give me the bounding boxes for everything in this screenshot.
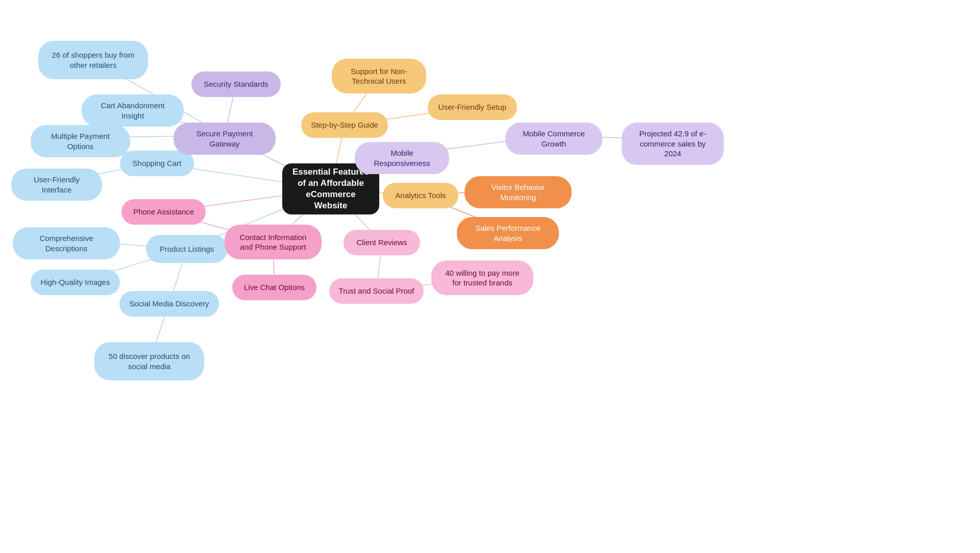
node-shopping-cart: Shopping Cart xyxy=(120,151,194,176)
node-visitor-behavior: Visitor Behavior Monitoring xyxy=(464,176,572,208)
node-comprehensive: Comprehensive Descriptions xyxy=(13,227,120,259)
node-user-friendly-interface: User-Friendly Interface xyxy=(11,169,102,201)
node-projected: Projected 42.9 of e-commerce sales by 20… xyxy=(622,123,724,165)
node-shoppers: 26 of shoppers buy from other retailers xyxy=(38,41,148,79)
node-discover-products: 50 discover products on social media xyxy=(94,342,204,380)
node-sales-performance: Sales Performance Analysis xyxy=(457,217,559,249)
node-step-by-step: Step-by-Step Guide xyxy=(301,112,388,138)
node-contact-info: Contact Information and Phone Support xyxy=(225,225,322,259)
node-user-friendly-setup: User-Friendly Setup xyxy=(428,94,517,120)
node-security-standards: Security Standards xyxy=(191,71,281,97)
node-product-listings: Product Listings xyxy=(146,235,228,263)
node-high-quality: High-Quality Images xyxy=(31,270,120,295)
mindmap-container: Essential Features of an Affordable eCom… xyxy=(0,0,980,553)
node-client-reviews: Client Reviews xyxy=(344,230,420,255)
node-social-media-discovery: Social Media Discovery xyxy=(119,291,219,317)
node-cart: Cart Abandonment Insight xyxy=(82,94,184,127)
node-mobile-commerce: Mobile Commerce Growth xyxy=(505,123,602,155)
node-phone-assistance: Phone Assistance xyxy=(121,199,206,225)
node-analytics-tools: Analytics Tools xyxy=(383,183,458,208)
node-support-non-technical: Support for Non-Technical Users xyxy=(332,59,426,93)
node-willing-to-pay: 40 willing to pay more for trusted brand… xyxy=(431,260,533,295)
node-trust-social: Trust and Social Proof xyxy=(329,278,424,304)
node-live-chat: Live Chat Options xyxy=(232,275,316,300)
node-multiple-payment: Multiple Payment Options xyxy=(31,125,130,157)
node-secure-payment: Secure Payment Gateway xyxy=(174,123,276,155)
node-mobile-responsiveness: Mobile Responsiveness xyxy=(355,142,449,174)
